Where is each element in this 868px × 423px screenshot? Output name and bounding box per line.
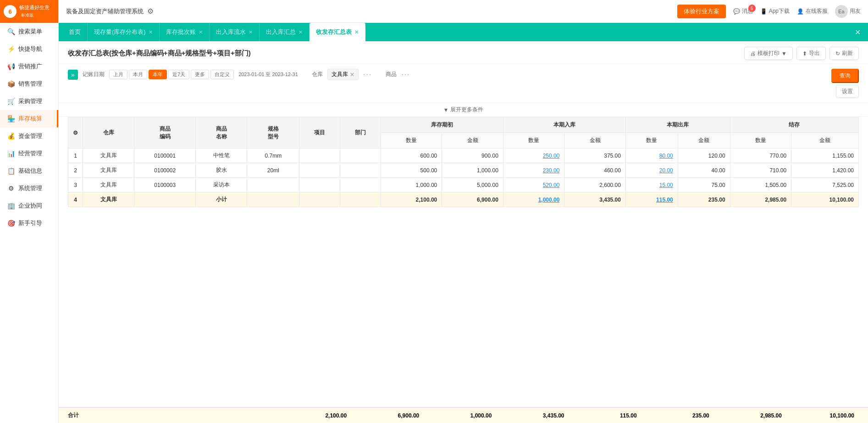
row-spec: 0.7mm xyxy=(247,148,299,163)
row-open-amt: 1,000.00 xyxy=(442,163,503,178)
export-button[interactable]: ⬆ 导出 xyxy=(796,47,826,60)
tab-home[interactable]: 首页 xyxy=(62,23,88,41)
out-amt-header: 金额 xyxy=(678,133,730,148)
row-out-qty[interactable]: 80.00 xyxy=(625,148,678,163)
goods-spec-col-header: 规格型号 xyxy=(247,117,299,148)
settings-button[interactable]: 设置 xyxy=(836,85,859,98)
tab-bar-close-btn[interactable]: ✕ xyxy=(851,26,864,38)
online-service-item[interactable]: 👤 在线客服 xyxy=(797,7,828,15)
row-in-qty[interactable]: 230.00 xyxy=(503,163,564,178)
table-row: 3 文具库 0100003 采访本 1,000.00 5,000.00 520.… xyxy=(68,178,859,192)
total-open-amt: 6,900.00 xyxy=(351,412,424,419)
user-item[interactable]: Ea 用友 xyxy=(835,5,861,18)
print-button[interactable]: 🖨 模板打印 ▼ xyxy=(744,47,793,60)
row-open-amt: 900.00 xyxy=(442,148,503,163)
tab-items-container: 首页现存量(库存分布表) ✕库存批次账 ✕出入库流水 ✕出入库汇总 ✕收发存汇总… xyxy=(62,23,365,41)
message-icon: 💬 xyxy=(733,8,740,15)
row-bal-amt: 1,155.00 xyxy=(791,148,859,163)
row-open-qty: 500.00 xyxy=(381,163,442,178)
more-dates-btn[interactable]: 更多 xyxy=(191,70,209,79)
sidebar-item-guide[interactable]: 🎯新手引导 xyxy=(0,214,58,232)
in-amt-header: 金额 xyxy=(564,133,626,148)
settings-col-header[interactable]: ⚙ xyxy=(68,117,83,148)
table-area: ⚙ 仓库 商品编码 商品名称 规格型号 项目 部门 库存期初 本期入库 本期出库… xyxy=(59,117,868,407)
sidebar-item-inventory[interactable]: 🏪库存核算 xyxy=(0,110,58,127)
row-spec xyxy=(247,178,299,192)
tab-recv_send_summary[interactable]: 收发存汇总表 ✕ xyxy=(310,23,365,41)
sales-icon: 📦 xyxy=(7,80,15,88)
message-badge-item[interactable]: 💬 消息 6 xyxy=(733,7,753,15)
row-warehouse: 文具库 xyxy=(83,192,134,207)
last-month-btn[interactable]: 上月 xyxy=(109,70,127,79)
row-out-qty[interactable]: 20.00 xyxy=(625,163,678,178)
search-icon: 🔍 xyxy=(7,28,15,35)
tab-bar: 首页现存量(库存分布表) ✕库存批次账 ✕出入库流水 ✕出入库汇总 ✕收发存汇总… xyxy=(59,23,868,41)
system-icon: ⚙ xyxy=(7,185,15,192)
trial-button[interactable]: 体验行业方案 xyxy=(677,5,726,18)
data-table: ⚙ 仓库 商品编码 商品名称 规格型号 项目 部门 库存期初 本期入库 本期出库… xyxy=(68,117,859,207)
warehouse-col-header: 仓库 xyxy=(83,117,134,148)
table-header-main: ⚙ 仓库 商品编码 商品名称 规格型号 项目 部门 库存期初 本期入库 本期出库… xyxy=(68,117,859,133)
tab-in_out_flow[interactable]: 出入库流水 ✕ xyxy=(210,23,260,41)
last-7days-btn[interactable]: 近7天 xyxy=(168,70,189,79)
guide-icon: 🎯 xyxy=(7,220,15,227)
goods-code-col-header: 商品编码 xyxy=(134,117,196,148)
tab-close-in_out_summary[interactable]: ✕ xyxy=(299,29,303,35)
tab-close-recv_send_summary[interactable]: ✕ xyxy=(354,29,359,35)
app-download-item[interactable]: 📱 App下载 xyxy=(760,7,790,15)
tab-in_out_summary[interactable]: 出入库汇总 ✕ xyxy=(260,23,310,41)
sidebar-item-basic-info[interactable]: 📋基础信息 xyxy=(0,162,58,180)
row-bal-qty: 710.00 xyxy=(730,163,791,178)
total-label: 合计 xyxy=(68,412,279,419)
total-bal-amt: 10,100.00 xyxy=(786,412,859,419)
sidebar-item-marketing[interactable]: 📢营销推广 xyxy=(0,58,58,75)
total-bar: 合计 2,100.00 6,900.00 1,000.00 3,435.00 1… xyxy=(59,407,868,423)
expand-more-btn[interactable]: ▼ 展开更多条件 xyxy=(443,106,484,114)
tab-close-batch[interactable]: ✕ xyxy=(199,29,203,35)
row-in-qty[interactable]: 520.00 xyxy=(503,178,564,192)
total-open-qty: 2,100.00 xyxy=(279,412,351,419)
gear-button[interactable]: ⚙ xyxy=(147,7,154,16)
tab-close-in_out_flow[interactable]: ✕ xyxy=(249,29,253,35)
sidebar-item-finance[interactable]: 💰资金管理 xyxy=(0,127,58,145)
page-body: 收发存汇总表(按仓库+商品编码+商品+规格型号+项目+部门) 🖨 模板打印 ▼ … xyxy=(59,41,868,423)
sidebar-item-operations[interactable]: 📊经营管理 xyxy=(0,145,58,162)
sidebar-item-corp[interactable]: 🏢企业协同 xyxy=(0,197,58,214)
row-in-qty[interactable]: 250.00 xyxy=(503,148,564,163)
row-out-qty[interactable]: 15.00 xyxy=(625,178,678,192)
row-spec xyxy=(247,192,299,207)
this-year-btn[interactable]: 本年 xyxy=(149,70,167,79)
sidebar-item-sales[interactable]: 📦销售管理 xyxy=(0,75,58,93)
date-label: 记账日期 xyxy=(83,71,105,78)
sidebar-item-search[interactable]: 🔍搜索菜单 xyxy=(0,23,58,40)
goods-filter-more[interactable]: ··· xyxy=(401,71,410,79)
warehouse-filter-more[interactable]: ··· xyxy=(363,71,372,79)
tab-stock_dist[interactable]: 现存量(库存分布表) ✕ xyxy=(88,23,160,41)
refresh-icon: ↻ xyxy=(835,50,840,57)
this-month-btn[interactable]: 本月 xyxy=(129,70,147,79)
row-bal-qty: 1,505.00 xyxy=(730,178,791,192)
system-name: 装备及固定资产辅助管理系统 xyxy=(66,7,144,16)
user-label: 用友 xyxy=(850,7,861,15)
current-in-col-header: 本期入库 xyxy=(503,117,625,133)
row-warehouse: 文具库 xyxy=(83,148,134,163)
row-out-amt: 235.00 xyxy=(678,192,730,207)
row-code: 0100001 xyxy=(134,148,196,163)
open-qty-header: 数量 xyxy=(381,133,442,148)
warehouse-tag-remove[interactable]: ✕ xyxy=(350,71,354,78)
row-open-qty: 2,100.00 xyxy=(381,192,442,207)
sidebar-item-purchase[interactable]: 🛒采购管理 xyxy=(0,93,58,110)
tab-close-stock_dist[interactable]: ✕ xyxy=(149,29,153,35)
filter-expand-icon[interactable]: » xyxy=(68,70,78,80)
sidebar-item-system[interactable]: ⚙系统管理 xyxy=(0,180,58,197)
tab-batch[interactable]: 库存批次账 ✕ xyxy=(160,23,210,41)
message-count: 6 xyxy=(748,5,756,12)
row-code: 0100003 xyxy=(134,178,196,192)
query-button[interactable]: 查询 xyxy=(831,69,859,83)
print-icon: 🖨 xyxy=(750,50,756,57)
finance-icon: 💰 xyxy=(7,132,15,140)
sidebar-item-quick-nav[interactable]: ⚡快捷导航 xyxy=(0,40,58,58)
custom-date-btn[interactable]: 自定义 xyxy=(210,70,234,79)
refresh-button[interactable]: ↻ 刷新 xyxy=(829,47,859,60)
warehouse-label: 仓库 xyxy=(312,71,323,78)
